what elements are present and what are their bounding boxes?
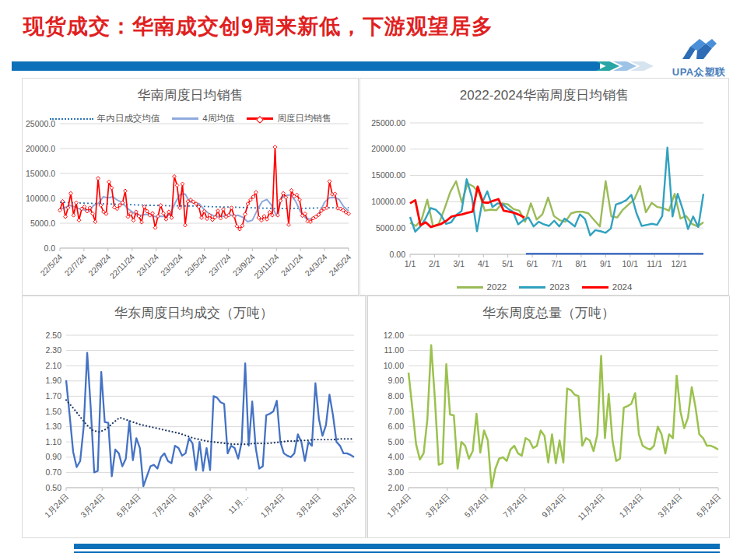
- svg-text:11.00: 11.00: [384, 345, 405, 355]
- svg-text:0.70: 0.70: [46, 467, 62, 477]
- svg-text:2.50: 2.50: [46, 331, 62, 340]
- legend-item: 2022: [457, 282, 507, 292]
- svg-text:1.10: 1.10: [46, 437, 62, 446]
- svg-text:10000.0: 10000.0: [26, 194, 55, 203]
- svg-text:7月24日: 7月24日: [150, 492, 178, 520]
- svg-text:5月24日: 5月24日: [331, 492, 359, 520]
- chart-canvas: 2.502.302.101.901.701.501.301.100.900.70…: [23, 296, 365, 537]
- svg-text:8/1: 8/1: [576, 259, 587, 268]
- svg-text:6.00: 6.00: [388, 422, 405, 431]
- legend-label: 2024: [612, 282, 633, 292]
- svg-text:5000.0: 5000.0: [30, 219, 55, 228]
- svg-text:5/1: 5/1: [502, 259, 514, 268]
- svg-text:9/1: 9/1: [600, 259, 612, 268]
- page-title: 现货成交：华南成交创9周来新低，下游观望居多: [23, 12, 493, 40]
- svg-text:9月24日: 9月24日: [540, 492, 568, 520]
- svg-text:3.00: 3.00: [388, 467, 405, 477]
- chart-huadong-daily-volume: 华东周度日均成交（万吨） 2.502.302.101.901.701.501.3…: [22, 296, 366, 538]
- svg-text:22/11/24: 22/11/24: [107, 252, 136, 281]
- legend-item: 2023: [519, 282, 570, 292]
- legend-swatch: [582, 286, 608, 289]
- svg-text:11月…: 11月…: [226, 492, 251, 516]
- svg-text:2.30: 2.30: [46, 345, 62, 355]
- svg-text:1月24日: 1月24日: [258, 492, 286, 520]
- svg-text:24/3/24: 24/3/24: [303, 252, 328, 278]
- svg-text:7月24日: 7月24日: [501, 492, 529, 520]
- svg-text:4.00: 4.00: [388, 452, 405, 461]
- svg-text:22/5/24: 22/5/24: [38, 252, 64, 278]
- logo-icon: [676, 37, 721, 61]
- svg-text:20000.0: 20000.0: [26, 144, 55, 153]
- svg-text:5月24日: 5月24日: [695, 492, 723, 520]
- svg-text:3月24日: 3月24日: [79, 492, 107, 520]
- svg-text:3月24日: 3月24日: [656, 492, 684, 520]
- svg-text:0.00: 0.00: [390, 250, 406, 259]
- chart-huanan-weekly-sales: 华南周度日均销售 年内日成交均值4周均值周度日均销售 25000.020000.…: [22, 78, 359, 296]
- svg-text:24/1/24: 24/1/24: [279, 252, 304, 278]
- svg-text:23/7/24: 23/7/24: [207, 252, 233, 278]
- svg-text:9.00: 9.00: [388, 376, 405, 385]
- svg-text:5月24日: 5月24日: [462, 492, 490, 520]
- svg-text:1/1: 1/1: [405, 259, 416, 268]
- svg-text:5000.00: 5000.00: [376, 223, 405, 233]
- footer-line: [74, 551, 720, 553]
- chart-huadong-total-volume: 华东周度总量（万吨） 12.0011.0010.009.008.007.006.…: [366, 296, 730, 538]
- svg-text:5月24日: 5月24日: [114, 492, 142, 520]
- svg-text:23/3/24: 23/3/24: [159, 252, 184, 278]
- svg-text:8.00: 8.00: [388, 391, 405, 401]
- svg-text:12.00: 12.00: [384, 331, 404, 340]
- svg-text:0.50: 0.50: [46, 483, 62, 492]
- svg-text:25000.00: 25000.00: [371, 118, 405, 128]
- svg-text:12/1: 12/1: [671, 259, 687, 268]
- svg-text:9月24日: 9月24日: [187, 492, 215, 520]
- svg-text:15000.00: 15000.00: [371, 170, 405, 180]
- svg-text:10/1: 10/1: [622, 259, 639, 268]
- svg-text:0.90: 0.90: [46, 452, 62, 461]
- svg-text:6/1: 6/1: [527, 259, 538, 268]
- svg-text:23/11/24: 23/11/24: [252, 252, 281, 281]
- svg-text:3月24日: 3月24日: [294, 492, 322, 520]
- svg-text:2/1: 2/1: [429, 259, 440, 268]
- svg-text:1.30: 1.30: [46, 422, 62, 431]
- svg-text:11月24日: 11月24日: [576, 492, 606, 522]
- svg-text:7.00: 7.00: [388, 407, 405, 416]
- svg-text:22/7/24: 22/7/24: [62, 252, 88, 278]
- svg-text:23/1/24: 23/1/24: [135, 252, 160, 278]
- chart-canvas: 12.0011.0010.009.008.007.006.005.004.003…: [368, 296, 729, 537]
- legend-swatch: [457, 286, 483, 289]
- svg-text:10.00: 10.00: [384, 361, 404, 370]
- svg-text:1.50: 1.50: [46, 407, 62, 416]
- svg-text:1月24日: 1月24日: [385, 492, 413, 520]
- legend-item: 2024: [582, 282, 633, 292]
- company-logo: UPA众塑联: [660, 37, 738, 75]
- svg-text:0.0: 0.0: [44, 243, 55, 253]
- svg-text:1月24日: 1月24日: [43, 492, 71, 520]
- svg-text:25000.0: 25000.0: [26, 119, 55, 128]
- svg-text:11/1: 11/1: [647, 259, 662, 268]
- legend-label: 2022: [487, 282, 507, 292]
- footer-bar: [74, 544, 720, 549]
- legend-label: 2023: [549, 282, 570, 292]
- chart-2022-2024-comparison: 2022-2024华南周度日均销售 25000.0020000.0015000.…: [359, 78, 729, 296]
- svg-text:3/1: 3/1: [454, 259, 465, 268]
- svg-text:1.90: 1.90: [46, 376, 62, 385]
- header-banner: [12, 61, 600, 71]
- svg-text:2.00: 2.00: [388, 483, 405, 492]
- svg-text:2.10: 2.10: [46, 361, 62, 370]
- svg-text:3月24日: 3月24日: [423, 492, 451, 520]
- svg-text:15000.0: 15000.0: [26, 169, 55, 178]
- chart-legend: 202220232024: [360, 282, 728, 292]
- svg-text:20000.00: 20000.00: [371, 144, 405, 153]
- svg-text:5.00: 5.00: [388, 437, 405, 446]
- svg-text:23/5/24: 23/5/24: [183, 252, 209, 278]
- chart-canvas: 25000.0020000.0015000.0010000.005000.000…: [360, 79, 728, 295]
- legend-swatch: [519, 286, 545, 289]
- svg-text:24/5/24: 24/5/24: [327, 252, 352, 278]
- svg-text:1.70: 1.70: [46, 391, 62, 401]
- svg-text:4/1: 4/1: [478, 259, 489, 268]
- svg-text:10000.00: 10000.00: [371, 197, 405, 206]
- svg-text:1月24日: 1月24日: [617, 492, 645, 520]
- svg-text:7/1: 7/1: [551, 259, 563, 268]
- chart-canvas: 25000.020000.015000.010000.05000.00.022/…: [23, 79, 358, 295]
